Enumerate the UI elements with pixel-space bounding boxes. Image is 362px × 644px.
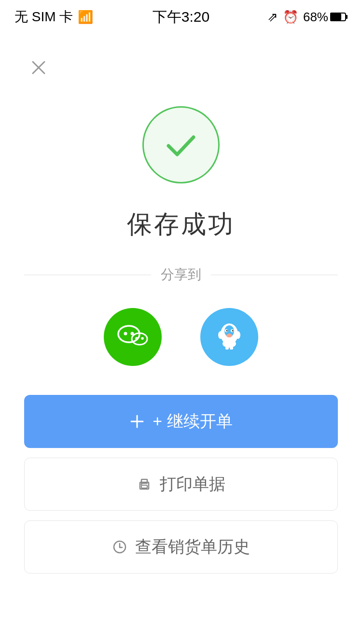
history-label: 查看销货单历史 bbox=[135, 536, 250, 558]
plus-icon bbox=[129, 414, 145, 429]
status-time: 下午3:20 bbox=[153, 7, 209, 27]
svg-point-20 bbox=[223, 340, 236, 348]
success-circle bbox=[142, 106, 220, 183]
wifi-icon: 📶 bbox=[78, 10, 93, 25]
svg-point-17 bbox=[226, 334, 232, 337]
success-section: 保存成功 bbox=[24, 92, 338, 266]
svg-point-9 bbox=[135, 337, 138, 340]
svg-rect-21 bbox=[225, 347, 229, 350]
battery-indicator: 68% bbox=[303, 10, 348, 25]
svg-point-15 bbox=[226, 330, 228, 332]
share-label: 分享到 bbox=[151, 266, 211, 284]
location-icon: ⇗ bbox=[267, 10, 278, 25]
success-title: 保存成功 bbox=[127, 208, 235, 241]
svg-point-10 bbox=[141, 337, 144, 340]
share-icons bbox=[24, 308, 338, 366]
close-button[interactable] bbox=[24, 53, 53, 82]
qq-share-button[interactable] bbox=[200, 308, 258, 366]
no-sim-label: 无 SIM 卡 bbox=[14, 8, 73, 26]
svg-point-16 bbox=[232, 330, 234, 332]
svg-rect-1 bbox=[346, 15, 348, 19]
svg-point-18 bbox=[218, 331, 223, 339]
svg-rect-26 bbox=[141, 479, 147, 483]
main-content: 保存成功 分享到 bbox=[0, 34, 362, 574]
continue-button[interactable]: + 继续开单 bbox=[24, 395, 338, 448]
svg-rect-2 bbox=[331, 14, 341, 20]
checkmark-icon bbox=[162, 126, 200, 164]
continue-label: + 继续开单 bbox=[153, 410, 232, 433]
svg-rect-27 bbox=[141, 485, 147, 488]
share-section: 分享到 bbox=[24, 266, 338, 366]
print-button[interactable]: 打印单据 bbox=[24, 458, 338, 511]
print-icon bbox=[137, 476, 152, 492]
status-left: 无 SIM 卡 📶 bbox=[14, 8, 93, 26]
svg-point-8 bbox=[131, 332, 134, 336]
svg-rect-22 bbox=[230, 347, 233, 350]
alarm-icon: ⏰ bbox=[283, 10, 298, 25]
svg-point-7 bbox=[124, 332, 127, 336]
history-icon bbox=[112, 539, 127, 555]
battery-icon bbox=[330, 12, 348, 22]
wechat-share-button[interactable] bbox=[104, 308, 162, 366]
wechat-icon bbox=[115, 320, 150, 354]
battery-percent: 68% bbox=[303, 10, 328, 25]
history-button[interactable]: 查看销货单历史 bbox=[24, 520, 338, 574]
qq-icon bbox=[212, 320, 247, 354]
svg-point-28 bbox=[141, 484, 142, 485]
share-divider: 分享到 bbox=[24, 266, 338, 284]
svg-point-19 bbox=[236, 331, 240, 339]
status-right: ⇗ ⏰ 68% bbox=[267, 10, 348, 25]
action-buttons: + 继续开单 打印单据 查看销货单历史 bbox=[24, 395, 338, 574]
print-label: 打印单据 bbox=[160, 473, 225, 495]
status-bar: 无 SIM 卡 📶 下午3:20 ⇗ ⏰ 68% bbox=[0, 0, 362, 34]
